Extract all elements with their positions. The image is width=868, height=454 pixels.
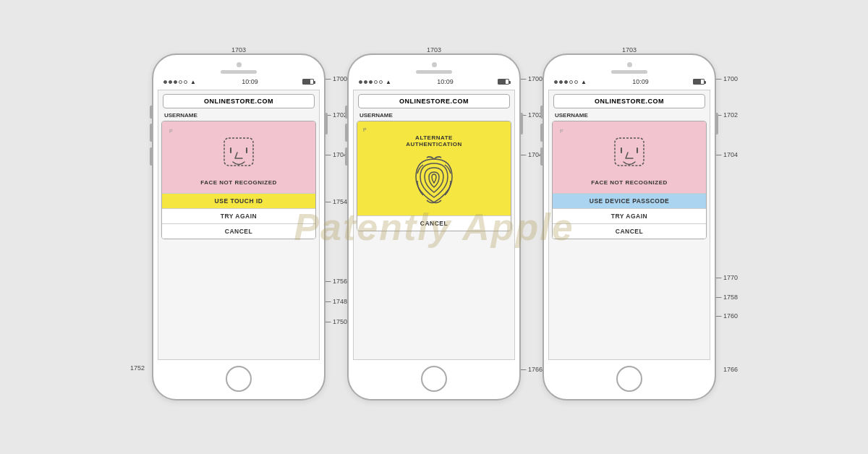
phone-bottom-1 (153, 360, 324, 399)
ref-1756: — 1756 (324, 278, 347, 285)
face-panel-3: P FACE NOT RECOGNIZED (553, 121, 706, 193)
ref-1748: — 1748 (324, 298, 347, 305)
phone-3-wrapper: 1703 — 1700 — 1702 — 1704 — 1770 — 1758 … (542, 53, 716, 401)
ref-1752: 1752 (130, 364, 145, 372)
url-bar-2: ONLINESTORE.COM (358, 94, 510, 108)
speaker-3 (611, 70, 647, 74)
pass-hint-2: P (363, 127, 367, 132)
ref-1702-3: — 1702 (715, 111, 738, 119)
status-bar-1: ▲ 10:09 (159, 77, 318, 87)
use-touch-id-btn[interactable]: USE TOUCH ID (162, 193, 315, 208)
pass-hint-1: P (169, 129, 173, 134)
side-btn-left-1a (150, 106, 153, 119)
screen-1: ONLINESTORE.COM USERNAME P (158, 90, 320, 360)
signal-area-2: ▲ (359, 79, 393, 85)
home-btn-1[interactable] (226, 366, 252, 392)
phone-bottom-2 (349, 360, 519, 399)
ref-1758: — 1758 (715, 294, 738, 301)
ref-1760: — 1760 (715, 312, 738, 320)
side-btn-right-3 (715, 113, 718, 134)
side-btn-left-2b (345, 124, 348, 142)
try-again-btn-1[interactable]: TRY AGAIN (162, 208, 315, 223)
phone-bottom-3 (544, 360, 715, 399)
signal-3-1 (554, 80, 558, 84)
side-btn-left-2a (345, 106, 348, 119)
status-bar-2: ▲ 10:09 (354, 77, 514, 87)
signal-3-5 (574, 80, 578, 84)
phone-top-2 (349, 55, 519, 77)
battery-2 (498, 79, 509, 85)
signal-1 (163, 80, 167, 84)
side-btn-right-1 (325, 113, 328, 134)
signal-3-2 (559, 80, 563, 84)
face-not-recognized-1: FACE NOT RECOGNIZED (200, 179, 277, 186)
cancel-btn-2[interactable]: CANCEL (357, 215, 511, 231)
wifi-icon-1: ▲ (190, 79, 196, 85)
phone-3: ▲ 10:09 ONLINESTORE.COM USERNAME P (542, 53, 716, 401)
signal-area-3: ▲ (554, 79, 588, 85)
cancel-btn-1[interactable]: CANCEL (162, 223, 315, 239)
face-panel-1: P (162, 121, 315, 193)
wifi-icon-3: ▲ (581, 79, 587, 85)
username-label-1: USERNAME (164, 112, 313, 119)
phones-container: 1703 — 1700 — 1702 — 1704 — 1754 — 1756 … (137, 39, 731, 415)
ref-1766: — 1766 (519, 366, 542, 373)
username-label-2: USERNAME (359, 112, 509, 119)
ref-1703-top: 1703 (231, 46, 246, 53)
ref-1703-top-2: 1703 (427, 46, 441, 53)
use-device-passcode-btn[interactable]: USE DEVICE PASSCODE (553, 193, 706, 208)
modal-2: P ALTERNATEAUTHENTICATION (357, 121, 511, 231)
signal-4 (179, 80, 182, 84)
side-btn-left-3b (540, 124, 543, 142)
ref-1766-3: 1766 (723, 366, 738, 373)
pass-hint-3: P (560, 129, 563, 134)
speaker-2 (416, 70, 452, 74)
signal-2 (169, 80, 172, 84)
face-icon-1 (217, 137, 260, 176)
time-2: 10:09 (437, 78, 454, 85)
ref-1700-2: — 1700 (519, 75, 542, 82)
signal-2-5 (379, 80, 383, 84)
ref-1700: — 1700 (324, 75, 347, 82)
home-btn-3[interactable] (616, 366, 642, 392)
face-icon-3 (608, 137, 651, 176)
phone-1-wrapper: 1703 — 1700 — 1702 — 1704 — 1754 — 1756 … (152, 53, 326, 401)
side-btn-left-3a (540, 106, 543, 119)
phone-2: ▲ 10:09 ONLINESTORE.COM USERNAME P ALTER… (347, 53, 521, 401)
battery-1 (302, 79, 314, 85)
ref-1704-3: — 1704 (715, 151, 738, 158)
side-btn-left-1b (150, 124, 153, 142)
url-bar-3: ONLINESTORE.COM (553, 94, 705, 108)
speaker-1 (221, 70, 257, 74)
signal-3-4 (569, 80, 573, 84)
ref-1702: — 1702 (324, 111, 347, 119)
ref-1700-3: — 1700 (715, 75, 738, 82)
face-svg-1 (217, 137, 260, 176)
signal-2-2 (364, 80, 367, 84)
battery-3 (693, 79, 705, 85)
wifi-icon-2: ▲ (386, 79, 391, 85)
side-btn-left-2c (345, 147, 348, 166)
modal-3: P FACE NOT RECOGNIZED USE (552, 121, 707, 239)
ref-1703-top-3: 1703 (622, 46, 637, 53)
side-btn-left-1c (150, 147, 153, 166)
username-label-3: USERNAME (555, 112, 704, 119)
ref-1702-2: — 1702 (519, 111, 542, 119)
time-3: 10:09 (632, 78, 649, 85)
status-bar-3: ▲ 10:09 (550, 77, 709, 87)
svg-rect-0 (224, 138, 253, 166)
side-btn-left-3c (540, 147, 543, 166)
signal-2-3 (369, 80, 373, 84)
screen-3: ONLINESTORE.COM USERNAME P (548, 90, 710, 360)
phone-top-3 (544, 55, 715, 77)
face-svg-3 (608, 137, 651, 176)
signal-3-3 (564, 80, 568, 84)
signal-2-4 (374, 80, 378, 84)
signal-area-1: ▲ (163, 79, 197, 85)
side-btn-right-2 (520, 113, 523, 134)
home-btn-2[interactable] (421, 366, 447, 392)
try-again-btn-3[interactable]: TRY AGAIN (553, 208, 706, 223)
cancel-btn-3[interactable]: CANCEL (553, 223, 706, 239)
ref-1750: — 1750 (324, 318, 347, 325)
url-bar-1: ONLINESTORE.COM (163, 94, 315, 108)
